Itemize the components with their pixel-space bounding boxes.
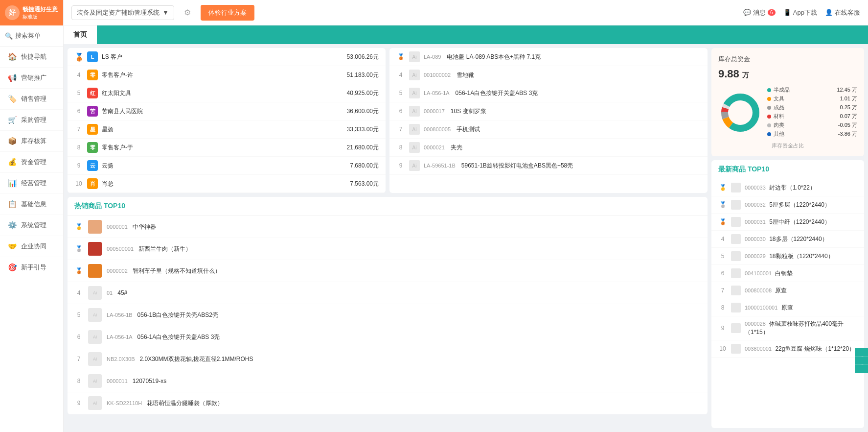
customer-badge: 云 — [87, 160, 98, 171]
sidebar-item-zijin[interactable]: 💰 资金管理 — [0, 152, 63, 173]
float-button[interactable]: 直播 — [855, 365, 868, 373]
customer-badge: 苦 — [87, 106, 98, 117]
settings-button[interactable]: ⚙ — [180, 5, 195, 20]
newest-product-image — [731, 268, 741, 278]
content-area: 🥉 L LS 客户 53,006.26元 4 零 零售客户-许 51,183.0… — [64, 44, 868, 432]
sidebar-search[interactable]: 🔍 搜索菜单 — [0, 25, 63, 47]
product-img: Ai — [409, 124, 420, 135]
product-name: 电池盖 LA-089 ABS本色+黑种 7.1克 — [447, 53, 701, 61]
customer-name: 零售客户-于 — [102, 144, 343, 152]
product-name: 59651-1B旋转投影灯电池盒ABS黑色+58壳 — [461, 162, 701, 170]
product-code: LA-056-1A — [424, 90, 450, 96]
customer-name: LS 客户 — [102, 53, 343, 61]
product-name: 手机测试 — [457, 125, 701, 134]
newest-product-name: 封边带（1.0*22） — [769, 184, 816, 191]
newest-product-code: 0000029 — [745, 253, 766, 259]
hot-product-row: 🥇 0000001 中华神器 — [68, 216, 708, 238]
hot-product-name: 45# — [117, 289, 127, 296]
legend-item: 半成品 12.45 万 — [767, 86, 857, 94]
newest-products-title: 最新商品 TOP10 — [718, 165, 769, 174]
newest-product-image — [731, 251, 741, 261]
newest-product-row: 6 004100001 白钢垫 — [711, 265, 864, 282]
newest-product-info: 004100001 白钢垫 — [745, 269, 857, 278]
system-name: 装备及固定资产辅助管理系统 — [77, 8, 160, 17]
inventory-value: 9.88 — [718, 68, 739, 80]
float-button[interactable]: 服务社区 — [855, 357, 868, 365]
message-button[interactable]: 💬 消息 6 — [743, 8, 776, 17]
product-name: 夹壳 — [451, 144, 701, 152]
legend-item: 文具 1.01 万 — [767, 95, 857, 102]
sidebar-item-caigou[interactable]: 🛒 采购管理 — [0, 110, 63, 131]
sidebar-item-label: 库存核算 — [21, 137, 46, 145]
inventory-unit: 万 — [742, 71, 749, 79]
product-image — [88, 242, 102, 256]
donut-chart — [718, 91, 762, 135]
service-icon: 👤 — [825, 9, 833, 16]
legend-value: -3.86 万 — [838, 130, 857, 138]
business-icon: 📊 — [8, 179, 17, 188]
donut-area: 半成品 12.45 万 文具 1.01 万 成品 0.25 万 材料 0.07 … — [718, 86, 857, 139]
legend-dot — [767, 132, 771, 136]
basic-icon: 📋 — [8, 200, 17, 209]
newest-product-code: 0000031 — [745, 219, 766, 225]
product-img: Ai — [409, 142, 420, 153]
sidebar-item-yingxiao[interactable]: 📢 营销推广 — [0, 68, 63, 89]
message-icon: 💬 — [743, 9, 751, 16]
newest-product-row: 🥇 0000033 封边带（1.0*22） — [711, 179, 864, 196]
hot-product-row: 9 Ai KK-SD22110H 花语萌恒温分腿睡袋（厚款） — [68, 392, 708, 414]
rank-number: 5 — [74, 90, 83, 96]
legend-label: 其他 — [774, 130, 836, 138]
customer-amount: 53,006.26元 — [347, 53, 379, 61]
tab-home[interactable]: 首页 — [64, 25, 97, 44]
product-ranking-panel: 🥉 Ai LA-089 电池盖 LA-089 ABS本色+黑种 7.1克 4 A… — [389, 48, 708, 193]
hot-products-title: 热销商品 TOP10 — [74, 202, 125, 211]
newest-product-info: 0000029 18颗粒板（1220*2440） — [745, 252, 857, 261]
hot-product-code: 0000001 — [107, 224, 128, 230]
sidebar-item-kuaijie[interactable]: 🏠 快捷导航 — [0, 47, 63, 68]
sidebar-item-jingying[interactable]: 📊 经营管理 — [0, 173, 63, 194]
float-button[interactable]: 客服热线 — [855, 348, 868, 357]
system-selector[interactable]: 装备及固定资产辅助管理系统 ▼ — [71, 5, 174, 20]
sidebar-item-xiaoshou[interactable]: 🏷️ 销售管理 — [0, 89, 63, 110]
sidebar-item-label: 营销推广 — [21, 73, 46, 82]
hot-product-code: NB2.0X30B — [107, 356, 135, 362]
newest-rank-number: 🥈 — [718, 201, 727, 208]
sidebar-item-xinshou[interactable]: 🎯 新手引导 — [0, 257, 63, 278]
legend-label: 半成品 — [774, 86, 834, 94]
hot-products-panel: 热销商品 TOP10 🥇 0000001 中华神器 🥈 000500001 新西… — [68, 197, 708, 414]
inventory-amount: 9.88 万 — [718, 68, 857, 80]
sidebar-item-kucun[interactable]: 📦 库存核算 — [0, 131, 63, 152]
sidebar-item-label: 基础信息 — [21, 200, 46, 209]
hot-rank-number: 8 — [74, 378, 83, 384]
legend-dot — [767, 115, 771, 119]
phone-icon: 📱 — [783, 9, 791, 16]
hot-product-row: 7 Ai NB2.0X30B 2.0X30MM双搓花轴,搓花直径2.1MM/RO… — [68, 348, 708, 370]
sidebar-item-xitong[interactable]: ⚙️ 系统管理 — [0, 215, 63, 236]
newest-product-code: 000800008 — [745, 288, 772, 293]
sidebar-item-qiye[interactable]: 🤝 企业协同 — [0, 236, 63, 257]
product-image-placeholder: Ai — [88, 286, 102, 300]
search-menu-button[interactable]: 🔍 搜索菜单 — [5, 29, 58, 42]
topbar: 装备及固定资产辅助管理系统 ▼ ⚙ 体验行业方案 💬 消息 6 📱 App下载 … — [64, 0, 868, 25]
legend-label: 材料 — [774, 113, 838, 120]
hot-rank-number: 7 — [74, 356, 83, 362]
chevron-down-icon: ▼ — [162, 9, 169, 16]
newest-products-header: 最新商品 TOP10 — [711, 160, 864, 179]
newest-product-image — [731, 183, 741, 192]
hot-product-name: 新西兰牛肉（新牛） — [138, 245, 191, 253]
newest-rank-number: 6 — [718, 270, 727, 277]
newest-product-code: 0000028 — [745, 321, 766, 327]
nav-tabs: 首页 — [64, 25, 868, 44]
online-service-button[interactable]: 👤 在线客服 — [825, 8, 860, 17]
sidebar-item-jichu[interactable]: 📋 基础信息 — [0, 194, 63, 215]
newest-product-row: 10 003800001 22g鱼豆腐-烧烤味（1*12*20） — [711, 340, 864, 358]
hot-product-row: 6 Ai LA-056-1A 056-1A白色按键开关盖ABS 3壳 — [68, 326, 708, 348]
customer-amount: 40,925.00元 — [347, 89, 379, 97]
marketing-icon: 📢 — [8, 73, 17, 82]
app-download-button[interactable]: 📱 App下载 — [783, 8, 817, 17]
trial-button[interactable]: 体验行业方案 — [201, 5, 254, 21]
legend-dot — [767, 97, 771, 101]
right-panel: 库存总资金 9.88 万 — [711, 44, 868, 432]
hot-product-code: 0000002 — [107, 268, 128, 274]
system-icon: ⚙️ — [8, 221, 17, 230]
